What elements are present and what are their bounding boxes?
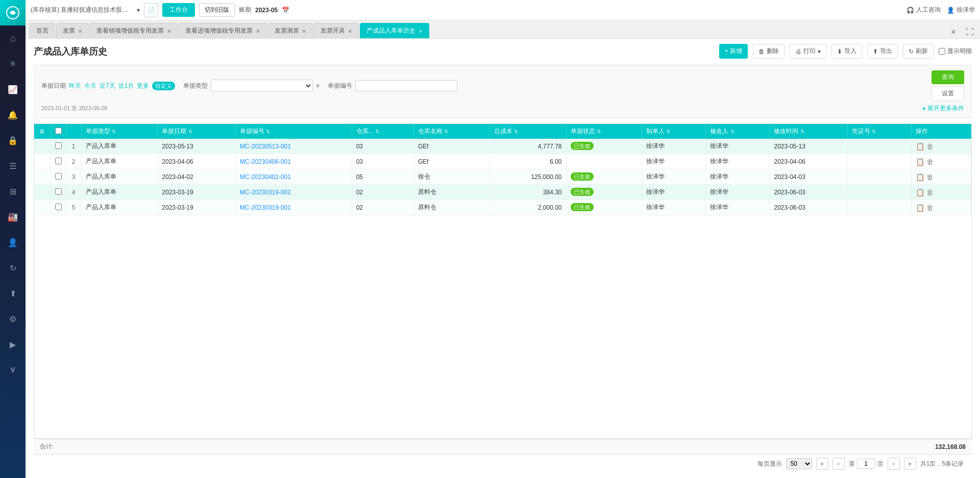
edit-icon[interactable]: 📋 bbox=[916, 142, 924, 150]
tab-home[interactable]: 首页 bbox=[30, 23, 55, 38]
delete-row-icon[interactable]: 🗑 bbox=[926, 173, 934, 181]
tab-close-all-btn[interactable]: × bbox=[947, 26, 960, 38]
import-button[interactable]: ⬇ 导入 bbox=[831, 44, 862, 59]
sidebar-item-list[interactable]: ☰ bbox=[0, 153, 26, 179]
gear-icon[interactable]: ⚙ bbox=[39, 128, 45, 135]
filter-custom-badge[interactable]: 自定义 bbox=[152, 82, 175, 90]
tab-product-history[interactable]: 产成品入库单历史 × bbox=[360, 23, 429, 38]
cell-check[interactable] bbox=[51, 200, 66, 215]
next-page-btn[interactable]: › bbox=[888, 458, 900, 470]
number-link[interactable]: MC-20230402-001 bbox=[240, 173, 291, 181]
th-number[interactable]: 单据编号 ⇅ bbox=[235, 124, 352, 139]
user-info[interactable]: 👤 徐泽华 bbox=[947, 6, 975, 14]
th-total-cost[interactable]: 总成本 ⇅ bbox=[489, 124, 566, 139]
th-modifier[interactable]: 修改人 ⇅ bbox=[706, 124, 770, 139]
workbench-button[interactable]: 工作台 bbox=[162, 3, 195, 17]
tab-purchase-vat[interactable]: 查看进项增值税专用发票 × bbox=[179, 23, 266, 38]
last-page-btn[interactable]: » bbox=[904, 458, 916, 470]
service-button[interactable]: 🎧 人工咨询 bbox=[906, 6, 941, 14]
company-dropdown-btn[interactable]: ▾ bbox=[137, 7, 140, 14]
number-link[interactable]: MC-20230513-001 bbox=[240, 143, 291, 150]
sidebar-item-home[interactable]: ⌂ bbox=[0, 26, 26, 51]
edit-icon[interactable]: 📋 bbox=[916, 173, 924, 181]
th-modify-time[interactable]: 修改时间 ⇅ bbox=[770, 124, 848, 139]
delete-row-icon[interactable]: 🗑 bbox=[926, 204, 934, 212]
th-creator[interactable]: 制单人 ⇅ bbox=[642, 124, 706, 139]
filter-settings-button[interactable]: 设置 bbox=[932, 86, 964, 101]
filter-today[interactable]: 今天 bbox=[84, 82, 96, 90]
row-checkbox-4[interactable] bbox=[55, 204, 62, 210]
cell-number[interactable]: MC-20230402-001 bbox=[235, 169, 352, 185]
sidebar-item-grid[interactable]: ⊞ bbox=[0, 179, 26, 204]
th-gear[interactable]: ⚙ bbox=[34, 124, 51, 139]
tab-maximize-btn[interactable]: ⛶ bbox=[964, 26, 976, 38]
edit-icon[interactable]: 📋 bbox=[916, 204, 924, 212]
number-link[interactable]: MC-20230319-001 bbox=[240, 204, 291, 211]
delete-row-icon[interactable]: 🗑 bbox=[926, 158, 934, 166]
row-checkbox-0[interactable] bbox=[55, 142, 62, 149]
filter-yesterday[interactable]: 昨天 bbox=[69, 82, 81, 90]
sidebar-item-v[interactable]: V bbox=[0, 357, 26, 383]
th-status[interactable]: 单据状态 ⇅ bbox=[566, 124, 642, 139]
edit-icon[interactable]: 📋 bbox=[916, 158, 924, 166]
show-detail-checkbox[interactable] bbox=[939, 48, 945, 55]
filter-number-input[interactable] bbox=[355, 80, 457, 91]
delete-row-icon[interactable]: 🗑 bbox=[926, 188, 934, 196]
tab-invoice-open[interactable]: 发票开具 × bbox=[314, 23, 359, 38]
row-checkbox-1[interactable] bbox=[55, 158, 62, 164]
tab-sales-vat[interactable]: 查看销项增值税专用发票 × bbox=[90, 23, 178, 38]
print-button[interactable]: 🖨 打印 ▾ bbox=[790, 44, 826, 59]
cell-check[interactable] bbox=[51, 185, 66, 200]
sidebar-item-warehouse[interactable]: 🏭 bbox=[0, 204, 26, 230]
th-check[interactable] bbox=[51, 124, 66, 139]
cell-number[interactable]: MC-20230319-002 bbox=[235, 185, 352, 200]
page-input[interactable] bbox=[857, 459, 875, 469]
sidebar-item-play[interactable]: ▶ bbox=[0, 332, 26, 357]
document-icon[interactable]: 📄 bbox=[144, 3, 158, 17]
calendar-icon[interactable]: 📅 bbox=[282, 7, 289, 14]
query-button[interactable]: 查询 bbox=[932, 70, 964, 84]
filter-7days[interactable]: 近7天 bbox=[100, 82, 115, 90]
show-detail-label[interactable]: 显示明细 bbox=[939, 47, 972, 56]
sidebar-item-upload[interactable]: ⬆ bbox=[0, 281, 26, 306]
sidebar-item-cycle[interactable]: ↻ bbox=[0, 255, 26, 281]
row-checkbox-2[interactable] bbox=[55, 173, 62, 180]
cell-check[interactable] bbox=[51, 154, 66, 169]
sidebar-item-alert[interactable]: 🔔 bbox=[0, 102, 26, 128]
tab-invoice[interactable]: 发票 × bbox=[56, 23, 89, 38]
first-page-btn[interactable]: « bbox=[816, 458, 828, 470]
sidebar-item-document[interactable]: ≡ bbox=[0, 51, 26, 77]
delete-button[interactable]: 🗑 删除 bbox=[753, 44, 785, 59]
sidebar-item-person[interactable]: 👤 bbox=[0, 230, 26, 255]
prev-page-btn[interactable]: ‹ bbox=[832, 458, 845, 470]
number-link[interactable]: MC-20230319-002 bbox=[240, 189, 291, 196]
cell-number[interactable]: MC-20230406-001 bbox=[235, 154, 352, 169]
tab-purchase-vat-close[interactable]: × bbox=[256, 28, 260, 35]
cell-number[interactable]: MC-20230319-001 bbox=[235, 200, 352, 215]
th-warehouse-code[interactable]: 仓库... ⇅ bbox=[352, 124, 413, 139]
sidebar-item-settings[interactable]: ⚙ bbox=[0, 306, 26, 332]
cell-check[interactable] bbox=[51, 139, 66, 154]
th-type[interactable]: 单据类型 ⇅ bbox=[81, 124, 158, 139]
export-button[interactable]: ⬆ 导出 bbox=[867, 44, 898, 59]
switch-version-button[interactable]: 切到旧版 bbox=[199, 3, 235, 17]
expand-btn[interactable]: ▾ 展开更多条件 bbox=[922, 104, 964, 113]
tab-product-history-close[interactable]: × bbox=[419, 28, 423, 35]
row-checkbox-3[interactable] bbox=[55, 188, 62, 195]
edit-icon[interactable]: 📋 bbox=[916, 188, 924, 196]
delete-row-icon[interactable]: 🗑 bbox=[926, 142, 934, 150]
th-voucher[interactable]: 凭证号 ⇅ bbox=[847, 124, 911, 139]
cell-number[interactable]: MC-20230513-001 bbox=[235, 139, 352, 154]
number-link[interactable]: MC-20230406-001 bbox=[240, 158, 291, 165]
tab-invoice-close[interactable]: × bbox=[78, 28, 82, 35]
filter-type-select[interactable] bbox=[211, 80, 313, 92]
sidebar-item-lock[interactable]: 🔒 bbox=[0, 128, 26, 153]
tab-sales-vat-close[interactable]: × bbox=[167, 28, 171, 35]
new-button[interactable]: + 新增 bbox=[719, 44, 748, 59]
tab-calc-close[interactable]: × bbox=[302, 28, 306, 35]
select-all-checkbox[interactable] bbox=[55, 128, 62, 134]
per-page-select[interactable]: 50 100 200 bbox=[786, 458, 812, 469]
tab-invoice-open-close[interactable]: × bbox=[348, 28, 352, 35]
th-warehouse-name[interactable]: 仓库名称 ⇅ bbox=[414, 124, 490, 139]
sidebar-item-chart[interactable]: 📈 bbox=[0, 77, 26, 102]
